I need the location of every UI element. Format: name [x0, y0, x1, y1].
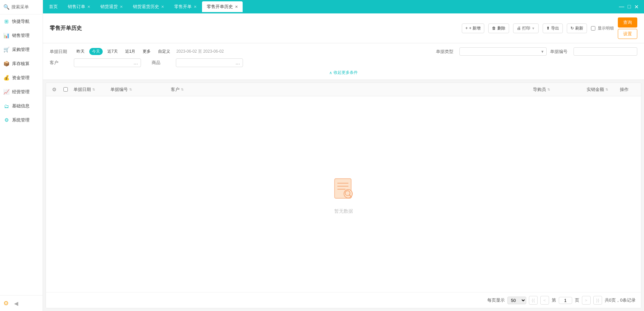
delete-button[interactable]: 🗑 删除 [488, 23, 509, 33]
tab-sales-order[interactable]: 销售订单 ✕ [63, 1, 95, 12]
col-num-sort[interactable]: ⇅ [129, 88, 132, 91]
per-page-select[interactable]: 50 10 20 100 [507, 297, 526, 304]
tab-sales-return-history-label: 销货退货历史 [133, 4, 159, 10]
sidebar-item-label: 资金管理 [12, 75, 30, 81]
sidebar-item-label: 快捷导航 [12, 18, 30, 24]
tab-sales-return-history[interactable]: 销货退货历史 ✕ [128, 1, 169, 12]
col-num: 单据编号 ⇅ [108, 87, 168, 93]
sidebar-item-label: 销售管理 [12, 33, 30, 39]
tab-home[interactable]: 首页 [44, 1, 62, 12]
col-buyer-sort[interactable]: ⇅ [547, 88, 550, 91]
sidebar-item-system-mgmt[interactable]: ⚙ 系统管理 [0, 113, 43, 127]
col-action: 操作 [611, 87, 638, 93]
table-area: ⚙ 单据日期 ⇅ 单据编号 ⇅ 客户 ⇅ 导购员 ⇅ [46, 83, 641, 308]
date-option-yesterday[interactable]: 昨天 [74, 48, 87, 55]
prev-page-btn[interactable]: ＜ [540, 296, 549, 305]
tab-retail-history-close[interactable]: ✕ [235, 5, 238, 9]
date-range-display: 2023-06-02 至 2023-06-02 [176, 49, 224, 54]
print-icon: 🖨 [517, 26, 521, 31]
total-info: 共0页，0条记录 [605, 297, 636, 303]
tab-sales-return-close[interactable]: ✕ [120, 5, 123, 9]
close-btn[interactable]: ✕ [634, 4, 639, 10]
tab-sales-return-history-close[interactable]: ✕ [161, 5, 164, 9]
customer-label: 客户 [50, 60, 70, 66]
sidebar-item-label: 基础信息 [12, 103, 30, 109]
add-icon: + [465, 26, 468, 31]
basic-icon: 🗂 [3, 103, 9, 109]
add-button[interactable]: + + 新增 [462, 23, 484, 33]
finance-icon: 💰 [3, 75, 9, 81]
settings-icon[interactable]: ⚙ [3, 300, 9, 307]
select-all-checkbox-col [60, 87, 71, 92]
date-option-today[interactable]: 今天 [89, 48, 103, 55]
sidebar-item-inventory[interactable]: 📦 库存核算 [0, 57, 43, 71]
sidebar-item-quick-nav[interactable]: ⊞ 快捷导航 [0, 14, 43, 29]
filter-area: 单据日期 昨天 今天 近7天 近1月 更多 自定义 2023-06-02 至 2… [43, 43, 644, 80]
last-page-btn[interactable]: ⟩⟩ [593, 296, 602, 305]
col-customer: 客户 ⇅ [168, 87, 530, 93]
col-num-label: 单据编号 [110, 87, 128, 93]
product-dots[interactable]: ... [236, 60, 240, 66]
sidebar-search[interactable]: 🔍 搜索采单 [0, 0, 43, 14]
filter-row-2: 客户 ... 商品 ... [50, 58, 637, 67]
first-page-btn[interactable]: ⟨⟨ [529, 296, 538, 305]
minimize-btn[interactable]: — [619, 4, 624, 10]
sales-icon: 📊 [3, 33, 9, 39]
pagination: 每页显示 50 10 20 100 ⟨⟨ ＜ 第 页 ＞ ⟩⟩ 共0页，0条记录 [46, 292, 641, 308]
date-option-custom[interactable]: 自定义 [155, 48, 173, 55]
doc-num-input[interactable] [574, 47, 637, 56]
col-amount: 实销金额 ⇅ [571, 87, 611, 93]
tab-sales-order-close[interactable]: ✕ [87, 5, 90, 9]
doc-type-select[interactable]: ▾ [459, 47, 547, 56]
col-date-sort[interactable]: ⇅ [92, 88, 95, 91]
query-button[interactable]: 查询 [618, 17, 637, 28]
col-customer-sort[interactable]: ⇅ [181, 88, 184, 91]
refresh-button[interactable]: ↻ 刷新 [567, 23, 587, 33]
print-button[interactable]: 🖨 打印 ▼ [513, 23, 539, 33]
display-toggle[interactable]: 显示明细 [591, 25, 614, 31]
tab-retail-history[interactable]: 零售开单历史 ✕ [202, 1, 243, 12]
tab-home-label: 首页 [49, 4, 58, 10]
settings-button[interactable]: 设置 [618, 29, 637, 39]
sidebar-item-purchase-mgmt[interactable]: 🛒 采购管理 [0, 43, 43, 57]
filter-row-1: 单据日期 昨天 今天 近7天 近1月 更多 自定义 2023-06-02 至 2… [50, 47, 637, 56]
col-buyer: 导购员 ⇅ [530, 87, 571, 93]
export-button[interactable]: ⬆ 导出 [543, 23, 563, 33]
sidebar-item-sales-mgmt[interactable]: 📊 销售管理 [0, 29, 43, 43]
sidebar-item-label: 库存核算 [12, 61, 30, 67]
doc-type-label: 单据类型 [436, 49, 456, 55]
collapse-filter-btn[interactable]: ∧ 收起更多条件 [50, 70, 637, 75]
sidebar-item-basic-info[interactable]: 🗂 基础信息 [0, 99, 43, 113]
select-all-checkbox[interactable] [63, 87, 68, 92]
tab-sales-return[interactable]: 销货退货 ✕ [96, 1, 128, 12]
product-label: 商品 [152, 60, 172, 66]
sidebar-item-finance-mgmt[interactable]: 💰 资金管理 [0, 71, 43, 85]
page-suffix: 页 [575, 297, 579, 303]
empty-text: 暂无数据 [334, 208, 353, 214]
tab-retail-history-label: 零售开单历史 [207, 4, 233, 10]
column-settings-btn[interactable]: ⚙ [49, 87, 60, 93]
date-options: 昨天 今天 近7天 近1月 更多 自定义 2023-06-02 至 2023-0… [74, 48, 224, 55]
tab-retail-open[interactable]: 零售开单 ✕ [169, 1, 201, 12]
sidebar-item-business-mgmt[interactable]: 📈 经营管理 [0, 85, 43, 99]
page-input[interactable] [559, 297, 572, 304]
customer-input[interactable]: ... [74, 58, 141, 67]
search-icon: 🔍 [3, 4, 9, 10]
next-page-btn[interactable]: ＞ [582, 296, 591, 305]
maximize-btn[interactable]: □ [628, 4, 631, 10]
export-icon: ⬆ [546, 26, 550, 31]
product-input[interactable]: ... [176, 58, 243, 67]
col-action-label: 操作 [620, 87, 629, 93]
collapse-sidebar-icon[interactable]: ◀ [14, 300, 18, 307]
sidebar: 🔍 搜索采单 ⊞ 快捷导航 📊 销售管理 🛒 采购管理 📦 库存核算 💰 资金管… [0, 0, 43, 311]
collapse-up-icon: ∧ [329, 70, 332, 75]
date-option-last-month[interactable]: 近1月 [122, 48, 138, 55]
display-toggle-checkbox[interactable] [591, 26, 595, 31]
date-option-last7[interactable]: 近7天 [105, 48, 120, 55]
date-option-more[interactable]: 更多 [140, 48, 153, 55]
tab-retail-open-close[interactable]: ✕ [194, 5, 197, 9]
col-amount-sort[interactable]: ⇅ [605, 88, 608, 91]
sidebar-search-label: 搜索采单 [11, 4, 29, 10]
empty-state: 暂无数据 [46, 96, 641, 292]
customer-dots[interactable]: ... [134, 60, 138, 66]
